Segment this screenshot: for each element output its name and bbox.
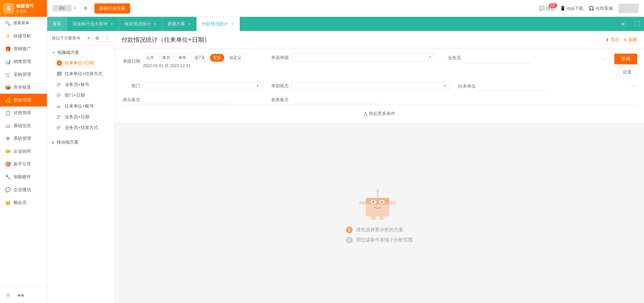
partner-dots-btn[interactable]: ···: [630, 82, 637, 91]
sidebar-item-marketing[interactable]: 🎁 营销推广: [0, 42, 47, 55]
messages-btn[interactable]: 💬 消息 99+: [539, 5, 555, 11]
source-select[interactable]: ▼: [291, 54, 435, 61]
svg-point-30: [376, 189, 379, 193]
staff-dots-btn[interactable]: ···: [601, 55, 608, 64]
status-select[interactable]: ▼: [291, 82, 450, 90]
scheme-item-dept-date[interactable]: 部门+日期: [47, 90, 114, 101]
date-btn-this-month[interactable]: 本月: [159, 54, 173, 62]
svg-rect-27: [371, 216, 376, 220]
scheme-item-staff-settle[interactable]: 业务员+结算方式: [47, 122, 114, 133]
step-2-text: 用过滤条件来缩小分析范围: [356, 237, 413, 243]
tab-payment[interactable]: 付款情况统计 ✕: [197, 17, 240, 31]
scheme-item-staff-account-label: 业务员+账号: [65, 82, 89, 88]
body-note-input[interactable]: [291, 95, 379, 104]
scheme-item-unit-account[interactable]: 往来单位+账号: [47, 101, 114, 112]
sidebar-item-inventory[interactable]: 📦 库存核算: [0, 81, 47, 94]
filter-row-2: 部门 ▼ 单据状态 ▼: [121, 82, 637, 91]
close-all-tabs-btn[interactable]: ✕: [616, 17, 630, 31]
sidebar-item-collab[interactable]: 🤝 企业协同: [0, 145, 47, 158]
trial-btn[interactable]: 体验行业方案: [94, 3, 130, 13]
dept-label: 部门: [121, 83, 140, 89]
topbar-settings-btn[interactable]: ⚙: [81, 4, 90, 13]
mobile-section-label: 移动端方案: [57, 139, 79, 145]
tab-collection-close[interactable]: ✕: [153, 22, 156, 26]
main-area: Rit ▼ ⚙ 体验行业方案 💬 消息 99+ 📱 App下载 🎧 在线客服 首…: [47, 0, 644, 303]
svg-rect-17: [57, 127, 61, 128]
desktop-section-title[interactable]: ▼ 电脑端方案: [47, 48, 114, 58]
tab-new-plan[interactable]: 新建方案 ✕: [162, 17, 197, 31]
header-note-input[interactable]: [143, 95, 231, 104]
collapse-scheme-btn[interactable]: 《: [102, 34, 110, 42]
collapse-sidebar-btn[interactable]: ◀◀: [16, 290, 25, 300]
search-icon: 🔍: [5, 21, 10, 26]
sidebar-item-sales[interactable]: 📊 销售管理: [0, 55, 47, 68]
scheme-header-btns: + ⚙ 《: [85, 34, 110, 42]
date-btn-custom[interactable]: 自定义: [226, 54, 244, 62]
empty-step-2: 2 用过滤条件来缩小分析范围: [346, 237, 413, 243]
tab-bank-close[interactable]: ✕: [110, 22, 113, 26]
partner-input[interactable]: [478, 82, 546, 91]
sidebar-item-finance[interactable]: 💰 资金管理: [0, 94, 47, 107]
page-actions: ⬆ 导出 ↻ 刷新: [606, 37, 637, 43]
active-scheme-icon: ●: [57, 60, 62, 66]
scheme-item-unit-settle[interactable]: 往来单位+结算方式: [47, 68, 114, 79]
sidebar-item-hardware[interactable]: 🔧 智能硬件: [0, 171, 47, 183]
svg-rect-7: [57, 95, 61, 96]
tab-new-plan-close[interactable]: ✕: [188, 22, 191, 26]
sidebar-item-member[interactable]: 👑 畅会员: [0, 196, 47, 209]
step-1-text: 请先选择要分析的方案: [356, 227, 403, 233]
scheme-item-staff-settle-icon: [57, 125, 62, 130]
date-btn-this-year[interactable]: 本年: [175, 54, 189, 62]
scheme-item-unit-date[interactable]: ● 往来单位+日期: [47, 58, 114, 68]
collapse-conditions-btn[interactable]: ⋀ 收起更多条件: [364, 108, 395, 119]
tab-collection[interactable]: 收款情况统计 ✕: [119, 17, 162, 31]
dept-select[interactable]: ▼: [143, 82, 263, 90]
sidebar-item-system[interactable]: ⚙ 系统管理: [0, 132, 47, 145]
tab-payment-close[interactable]: ✕: [231, 22, 234, 26]
staff-input[interactable]: [464, 55, 531, 64]
set-btn[interactable]: 设置: [617, 67, 637, 77]
company-selector[interactable]: Rit ▼: [53, 5, 77, 11]
app-download-btn[interactable]: 📱 App下载: [560, 5, 583, 11]
step-2-num: 2: [346, 237, 353, 243]
sidebar-item-hardware-label: 智能硬件: [13, 174, 31, 180]
user-avatar[interactable]: [618, 4, 639, 13]
staff-label: 业务员: [442, 55, 461, 61]
sidebar-item-operation[interactable]: 📋 经营管理: [0, 107, 47, 119]
date-btn-last-month[interactable]: 上月: [143, 54, 157, 62]
search-menu-item[interactable]: 🔍 搜索菜单: [0, 17, 47, 30]
refresh-btn[interactable]: ↻ 刷新: [623, 37, 637, 43]
tab-bank[interactable]: 现金银行流水查询 ✕: [67, 17, 119, 31]
sidebar-item-guide[interactable]: 🎯 新手引导: [0, 158, 47, 171]
svg-rect-16: [57, 126, 61, 127]
scheme-item-dept-date-icon: [57, 93, 62, 98]
maximize-btn[interactable]: ⛶: [630, 17, 644, 31]
mobile-section-title[interactable]: ▶ 移动端方案: [47, 137, 114, 147]
sidebar-item-member-label: 畅会员: [13, 200, 27, 206]
scheme-settings-btn[interactable]: ⚙: [93, 34, 101, 42]
filter-source-field: 来源单据 ▼: [270, 54, 435, 61]
settings-bottom-btn[interactable]: ⚙: [3, 290, 13, 300]
tab-home[interactable]: 首页: [47, 17, 67, 31]
online-service-btn[interactable]: 🎧 在线客服: [589, 5, 613, 11]
date-btn-more[interactable]: 更多: [210, 54, 224, 62]
export-btn[interactable]: ⬆ 导出: [606, 37, 619, 43]
export-icon: ⬆: [606, 37, 609, 42]
filter-staff-field: 业务员 ···: [442, 54, 608, 64]
refresh-icon: ↻: [623, 37, 627, 42]
svg-rect-0: [57, 72, 61, 73]
page-header: 付款情况统计（往来单位+日期） ⬆ 导出 ↻ 刷新: [115, 31, 644, 49]
sidebar-item-purchase[interactable]: 🛒 采购管理: [0, 68, 47, 81]
partner-control: [478, 82, 627, 91]
filter-status-field: 单据状态 ▼: [270, 82, 450, 90]
sidebar-item-wechat[interactable]: 💬 企业微信: [0, 183, 47, 196]
date-btn-last-7days[interactable]: 近7天: [192, 54, 208, 62]
refresh-label: 刷新: [628, 37, 637, 43]
add-scheme-btn[interactable]: +: [85, 34, 92, 41]
sidebar-item-basic[interactable]: 🗂 基础信息: [0, 119, 47, 132]
inventory-icon: 📦: [5, 84, 11, 90]
query-btn[interactable]: 查询: [614, 54, 637, 64]
scheme-item-staff-date[interactable]: 业务员+日期: [47, 112, 114, 122]
sidebar-item-nav[interactable]: ⚡ 快捷导航: [0, 30, 47, 42]
scheme-item-staff-account[interactable]: 业务员+账号: [47, 79, 114, 90]
